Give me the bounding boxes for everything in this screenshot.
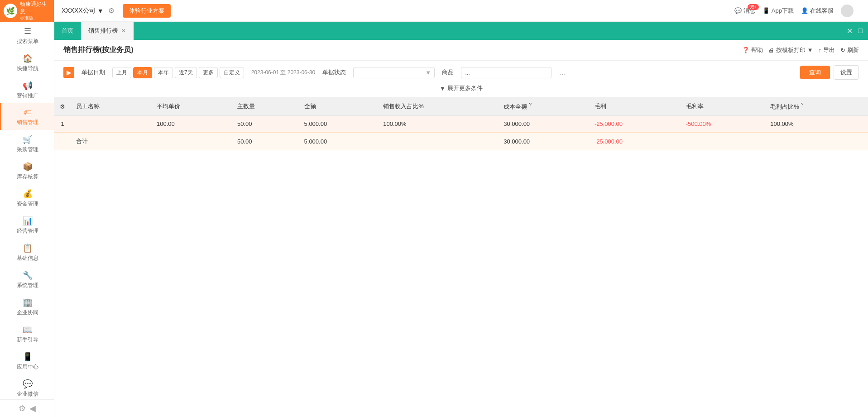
topbar: XXXXX公司 ▼ ⚙ 体验行业方案 💬 消息 99+ 📱 App下载 👤 在线… (54, 0, 868, 22)
wechat-icon: 💬 (23, 379, 33, 389)
th-cost: 成本全额 ? (498, 97, 589, 116)
th-profit-pct: 毛利占比% ? (765, 97, 868, 116)
avatar[interactable] (841, 5, 854, 17)
data-table: ⚙ 员工名称 平均单价 主数量 全额 销售收入占比% 成本全额 ? 毛利 毛利率… (54, 97, 868, 150)
sidebar-item-marketing[interactable]: 📢营销推广 (0, 76, 54, 103)
sidebar-item-finance[interactable]: 💰资金管理 (0, 184, 54, 211)
trial-button[interactable]: 体验行业方案 (123, 4, 171, 18)
status-label: 单据状态 (322, 68, 346, 77)
date-curr-year-btn[interactable]: 本年 (154, 67, 173, 78)
collapse-icon[interactable]: ◀ (29, 403, 36, 413)
sidebar-item-search[interactable]: ☰搜索菜单 (0, 22, 54, 49)
th-settings[interactable]: ⚙ (54, 97, 71, 116)
table-header-row: ⚙ 员工名称 平均单价 主数量 全额 销售收入占比% 成本全额 ? 毛利 毛利率… (54, 97, 868, 116)
date-prev-month-btn[interactable]: 上月 (112, 67, 131, 78)
company-settings-icon[interactable]: ⚙ (108, 6, 115, 15)
main-content: XXXXX公司 ▼ ⚙ 体验行业方案 💬 消息 99+ 📱 App下载 👤 在线… (54, 0, 868, 417)
topbar-right: 💬 消息 99+ 📱 App下载 👤 在线客服 (734, 5, 861, 17)
search-icon: ☰ (24, 26, 31, 36)
sidebar-label-guide: 新手引导 (17, 336, 38, 344)
basic-icon: 📋 (23, 243, 33, 253)
sidebar-label-sales: 销售管理 (17, 119, 38, 126)
date-curr-month-btn[interactable]: 本月 (133, 67, 152, 78)
cell-name (71, 116, 151, 133)
help-button[interactable]: ❓ 帮助 (742, 46, 763, 54)
sidebar-item-system[interactable]: 🔧系统管理 (0, 266, 54, 293)
online-service-button[interactable]: 👤 在线客服 (801, 7, 834, 15)
sidebar-label-finance: 资金管理 (17, 200, 38, 208)
sidebar-item-sales[interactable]: 🏷销售管理 (0, 103, 54, 130)
filter-bar: ▶ 单据日期 上月 本月 本年 近7天 更多 自定义 2023-06-01 至 … (54, 61, 868, 97)
sidebar-item-shortcut[interactable]: 🏠快捷导航 (0, 49, 54, 76)
sidebar-label-basic: 基础信息 (17, 254, 38, 262)
footer-empty-1 (54, 132, 71, 150)
sidebar-label-system: 系统管理 (17, 282, 38, 289)
table-row: 1 100.00 50.00 5,000.00 100.00% 30,000.0… (54, 116, 868, 133)
sidebar-label-inventory: 库存核算 (17, 173, 38, 181)
footer-cost: 30,000.00 (498, 132, 589, 150)
export-button[interactable]: ↑ 导出 (819, 46, 835, 54)
th-sales-pct: 销售收入占比% (378, 97, 498, 116)
date-more-btn[interactable]: 更多 (199, 67, 218, 78)
settings-button[interactable]: 设置 (834, 65, 859, 80)
sidebar-item-inventory[interactable]: 📦库存核算 (0, 157, 54, 184)
query-button[interactable]: 查询 (800, 66, 830, 79)
table-footer: 合计 50.00 5,000.00 30,000.00 -25,000.00 (54, 132, 868, 150)
footer-profit-rate (681, 132, 765, 150)
system-icon: 🔧 (23, 270, 33, 280)
app-download-button[interactable]: 📱 App下载 (762, 7, 794, 15)
th-name: 员工名称 (71, 97, 151, 116)
sidebar-item-apps[interactable]: 📱应用中心 (0, 347, 54, 374)
tab-close-icon[interactable]: ✕ (121, 28, 126, 34)
sidebar-item-wechat[interactable]: 💬企业微信 (0, 374, 54, 399)
footer-profit: -25,000.00 (589, 132, 681, 150)
export-icon: ↑ (819, 47, 822, 53)
goods-more-icon[interactable]: … (559, 68, 566, 77)
cell-profit: -25,000.00 (589, 116, 681, 133)
maximize-window-icon[interactable]: □ (858, 27, 863, 35)
app-logo: 🌿 畅康通好生意 标准版 (0, 0, 54, 22)
date-last7-btn[interactable]: 近7天 (175, 67, 197, 78)
date-label: 单据日期 (82, 68, 105, 77)
sidebar-label-apps: 应用中心 (17, 363, 38, 371)
footer-profit-pct (765, 132, 868, 150)
close-window-icon[interactable]: ✕ (847, 27, 853, 35)
print-button[interactable]: 🖨 按模板打印 ▼ (768, 46, 813, 54)
status-select[interactable] (353, 67, 435, 78)
table-body: 1 100.00 50.00 5,000.00 100.00% 30,000.0… (54, 116, 868, 133)
tab-sales-ranking[interactable]: 销售排行榜 ✕ (81, 22, 134, 40)
filter-toggle-icon[interactable]: ▶ (63, 67, 74, 78)
refresh-button[interactable]: ↻ 刷新 (840, 46, 859, 54)
cell-amount: 5,000.00 (299, 116, 378, 133)
page-header: 销售排行榜(按业务员) ❓ 帮助 🖨 按模板打印 ▼ ↑ 导出 ↻ 刷新 (54, 40, 868, 61)
app-icon: 📱 (762, 7, 770, 14)
settings-bottom-icon[interactable]: ⚙ (19, 403, 26, 413)
footer-label: 合计 (71, 132, 151, 150)
finance-icon: 💰 (23, 189, 33, 199)
th-profit-rate: 毛利率 (681, 97, 765, 116)
message-button[interactable]: 💬 消息 99+ (734, 7, 755, 15)
date-custom-btn[interactable]: 自定义 (220, 67, 244, 78)
sales-icon: 🏷 (24, 108, 32, 117)
print-icon: 🖨 (768, 47, 774, 53)
gear-icon: ⚙ (60, 103, 65, 110)
goods-label: 商品 (442, 68, 454, 77)
company-selector[interactable]: XXXXX公司 ▼ (62, 7, 104, 15)
sidebar-label-operations: 经营管理 (17, 227, 38, 235)
expand-more-button[interactable]: ▼ 展开更多条件 (440, 84, 483, 92)
sidebar-item-operations[interactable]: 📊经营管理 (0, 211, 54, 239)
sidebar-label-enterprise: 企业协同 (17, 309, 38, 316)
date-range-display: 2023-06-01 至 2023-06-30 (251, 69, 315, 77)
cell-profit-pct: 100.00% (765, 116, 868, 133)
sidebar-item-guide[interactable]: 📖新手引导 (0, 320, 54, 347)
logo-icon: 🌿 (4, 4, 17, 18)
sidebar: 🌿 畅康通好生意 标准版 ☰搜索菜单🏠快捷导航📢营销推广🏷销售管理🛒采购管理📦库… (0, 0, 54, 417)
tab-sales-ranking-label: 销售排行榜 (88, 27, 118, 35)
purchase-icon: 🛒 (23, 134, 33, 144)
goods-input[interactable] (461, 67, 551, 78)
sidebar-item-enterprise[interactable]: 🏢企业协同 (0, 293, 54, 320)
sidebar-item-purchase[interactable]: 🛒采购管理 (0, 130, 54, 157)
tab-home[interactable]: 首页 (54, 22, 81, 40)
sidebar-item-basic[interactable]: 📋基础信息 (0, 239, 54, 266)
help-icon: ❓ (742, 47, 749, 53)
